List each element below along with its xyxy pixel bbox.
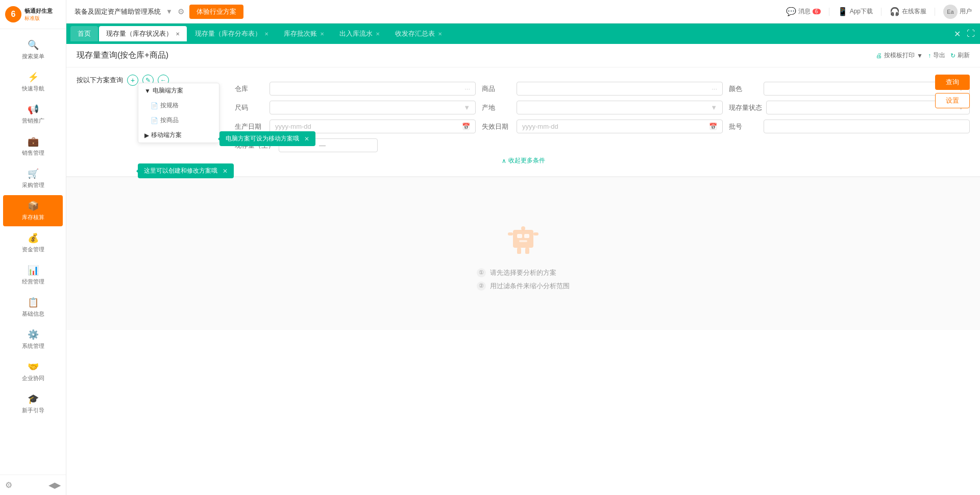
scheme-desktop-group[interactable]: ▼ 电脑端方案 [138, 83, 219, 98]
sidebar-item-quick-nav[interactable]: ⚡ 快速导航 [3, 66, 63, 98]
app-download-button[interactable]: 📱 App下载 [838, 7, 873, 16]
sidebar-item-marketing[interactable]: 📢 营销推广 [3, 99, 63, 130]
sidebar-item-inventory[interactable]: 📦 库存核算 [3, 195, 63, 226]
close-all-tabs-button[interactable]: ✕ [953, 28, 962, 40]
export-button[interactable]: ↑ 导出 [928, 51, 945, 60]
empty-step-1: ① 请先选择要分析的方案 [477, 268, 570, 277]
scheme-desktop-item-product[interactable]: 📄 按商品 [138, 113, 219, 128]
page-actions: 🖨 按模板打印 ▼ ↑ 导出 ↻ 刷新 [876, 51, 970, 60]
scheme-desktop-item-spec[interactable]: 📄 按规格 [138, 98, 219, 113]
filter-rows: 仓库 ··· 商品 ··· [235, 82, 970, 152]
tab-home[interactable]: 首页 [70, 26, 98, 41]
logo-badge: 标准版 [24, 15, 53, 22]
size-label: 尺码 [235, 103, 265, 112]
svg-rect-5 [508, 232, 513, 235]
system-title-dropdown-icon[interactable]: ▼ [166, 8, 173, 15]
notification-button[interactable]: 💬 消息 6 [786, 7, 821, 16]
sidebar-item-finance[interactable]: 💰 资金管理 [3, 227, 63, 258]
sub-item2-icon: 📄 [151, 117, 158, 124]
svg-rect-6 [533, 232, 538, 235]
scheme-desktop-item-product-label: 按商品 [160, 116, 179, 125]
query-button[interactable]: 查询 [935, 75, 970, 90]
guide-icon: 🎓 [28, 393, 39, 405]
industry-solution-button[interactable]: 体验行业方案 [189, 5, 243, 19]
product-input[interactable]: ··· [517, 82, 723, 96]
sidebar-item-purchase[interactable]: 🛒 采购管理 [3, 163, 63, 194]
empty-state-illustration [503, 217, 544, 258]
step-num-1: ① [477, 268, 486, 277]
tab-recv-send-summary[interactable]: 收发存汇总表 ✕ [388, 26, 449, 41]
online-support-button[interactable]: 🎧 在线客服 [890, 7, 926, 16]
warehouse-label: 仓库 [235, 84, 265, 93]
tooltip1-text: 电脑方案可设为移动方案哦 [226, 134, 299, 143]
scheme-mobile-group[interactable]: ▶ 移动端方案 [138, 128, 219, 143]
qty-max-input[interactable] [330, 142, 360, 149]
expire-date-label: 失效日期 [482, 122, 512, 131]
tab-in-out-flow-label: 出入库流水 [339, 29, 373, 38]
collapse-sidebar-icon[interactable]: ◀▶ [48, 480, 61, 490]
sidebar-item-sales[interactable]: 💼 销售管理 [3, 131, 63, 162]
logo-text-block: 畅通好生意 标准版 [24, 7, 53, 22]
sidebar-item-label-guide: 新手引导 [22, 407, 44, 414]
page-header: 现存量查询(按仓库+商品) 🖨 按模板打印 ▼ ↑ 导出 ↻ [66, 44, 980, 67]
sidebar-item-search[interactable]: 🔍 搜索菜单 [3, 34, 63, 65]
sidebar-item-basic-info[interactable]: 📋 基础信息 [3, 292, 63, 323]
tab-inventory-dist[interactable]: 现存量（库存分布表） ✕ [188, 26, 276, 41]
sidebar-item-label-quick-nav: 快速导航 [22, 85, 44, 92]
color-label: 颜色 [729, 84, 760, 93]
print-template-button[interactable]: 🖨 按模板打印 ▼ [876, 51, 923, 60]
sidebar-item-label-search: 搜索菜单 [22, 53, 44, 60]
empty-step2-text: 用过滤条件来缩小分析范围 [490, 281, 570, 291]
warehouse-input[interactable]: ··· [270, 82, 476, 96]
empty-steps: ① 请先选择要分析的方案 ② 用过滤条件来缩小分析范围 [477, 268, 570, 291]
refresh-button[interactable]: ↻ 刷新 [950, 51, 970, 60]
maximize-button[interactable]: ⛶ [966, 28, 976, 40]
reset-button[interactable]: 设置 [935, 93, 970, 108]
expand-arrow-desktop: ▼ [144, 87, 151, 95]
online-support-label: 在线客服 [902, 7, 926, 16]
gear-icon[interactable]: ⚙ [178, 7, 184, 16]
user-profile-button[interactable]: Ea 用户 [943, 5, 972, 19]
main-content: 装备及固定资产辅助管理系统 ▼ ⚙ 体验行业方案 💬 消息 6 📱 App下载 [66, 0, 980, 495]
tab-inventory-status-label: 现存量（库存状况表） [106, 29, 173, 38]
user-avatar: Ea [943, 5, 958, 19]
empty-step1-text: 请先选择要分析的方案 [490, 268, 556, 277]
app-download-label: App下载 [850, 7, 873, 16]
sidebar-item-system[interactable]: ⚙️ 系统管理 [3, 324, 63, 355]
sidebar-item-guide[interactable]: 🎓 新手引导 [3, 388, 63, 419]
tab-inventory-dist-label: 现存量（库存分布表） [195, 29, 261, 38]
header-left: 装备及固定资产辅助管理系统 ▼ ⚙ 体验行业方案 [75, 5, 243, 19]
tab-close-recv-send-summary[interactable]: ✕ [438, 31, 442, 37]
expire-date-value: yyyy-mm-dd [522, 123, 558, 130]
header-actions: 💬 消息 6 📱 App下载 🎧 在线客服 Ea [786, 5, 972, 19]
origin-select[interactable]: ▼ [517, 101, 723, 114]
size-select[interactable]: ▼ [270, 101, 476, 114]
tab-bar: 首页 现存量（库存状况表） ✕ 现存量（库存分布表） ✕ 库存批次账 ✕ 出入库… [66, 23, 980, 44]
tooltip1-close-button[interactable]: ✕ [304, 135, 309, 143]
svg-rect-7 [517, 248, 521, 254]
tooltip-desktop-scheme: 电脑方案可设为移动方案哦 ✕ [219, 131, 315, 146]
tab-close-batch-account[interactable]: ✕ [320, 31, 324, 37]
expire-date-input[interactable]: yyyy-mm-dd 📅 [517, 120, 723, 133]
tooltip2-close-button[interactable]: ✕ [223, 168, 228, 175]
tab-in-out-flow[interactable]: 出入库流水 ✕ [332, 26, 387, 41]
tab-batch-account-label: 库存批次账 [284, 29, 317, 38]
tab-inventory-status[interactable]: 现存量（库存状况表） ✕ [99, 26, 187, 41]
settings-bottom-icon[interactable]: ⚙ [5, 480, 12, 490]
sidebar-item-label-marketing: 营销推广 [22, 117, 44, 125]
sidebar-item-operations[interactable]: 📊 经营管理 [3, 260, 63, 291]
tab-batch-account[interactable]: 库存批次账 ✕ [277, 26, 331, 41]
range-divider: — [319, 142, 326, 149]
sidebar-item-enterprise[interactable]: 🤝 企业协同 [3, 356, 63, 387]
username-label: 用户 [960, 7, 972, 16]
print-dropdown-icon: ▼ [917, 52, 923, 59]
sidebar-item-label-system: 系统管理 [22, 342, 44, 350]
empty-state: ① 请先选择要分析的方案 ② 用过滤条件来缩小分析范围 [66, 177, 980, 330]
batch-input[interactable] [764, 120, 970, 133]
tab-close-inventory-status[interactable]: ✕ [176, 31, 180, 37]
inventory-icon: 📦 [28, 200, 39, 211]
add-scheme-button[interactable]: + [127, 75, 138, 86]
tab-close-inventory-dist[interactable]: ✕ [264, 31, 268, 37]
tab-close-in-out-flow[interactable]: ✕ [376, 31, 380, 37]
tab-bar-right: ✕ ⛶ [953, 28, 976, 40]
